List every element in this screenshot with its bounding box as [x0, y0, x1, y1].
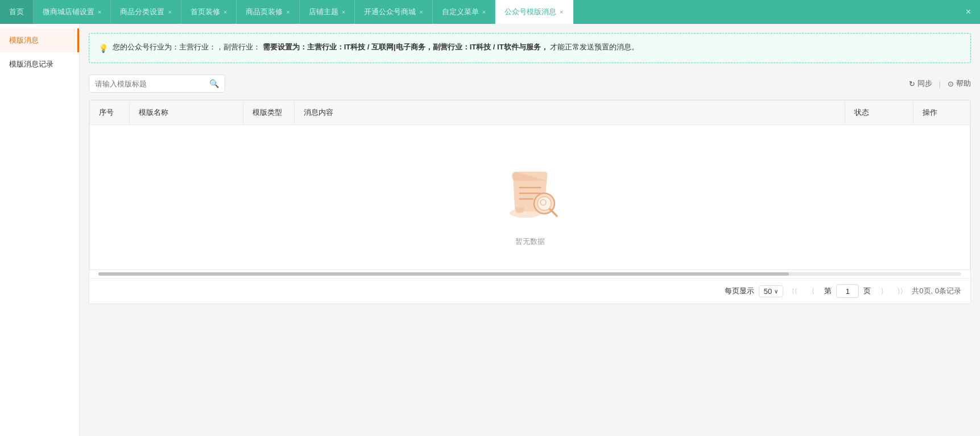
page-size-value: 50: [764, 287, 772, 296]
sidebar: 模版消息 模版消息记录: [0, 24, 80, 436]
info-banner-text: 您的公众号行业为：主营行业：，副营行业： 需要设置为：主营行业：IT科技 / 互…: [113, 41, 639, 53]
col-action: 操作: [913, 101, 970, 125]
bulb-icon: 💡: [98, 42, 108, 55]
tab-open-mall-close[interactable]: ×: [419, 9, 423, 15]
action-divider: |: [939, 80, 941, 88]
tab-product-decor[interactable]: 商品页装修 ×: [237, 0, 299, 24]
table-header: 序号 模版名称 模版类型 消息内容 状态 操作: [90, 101, 970, 125]
sidebar-item-template-msg[interactable]: 模版消息: [0, 28, 79, 52]
help-label: 帮助: [956, 78, 971, 89]
empty-state: 暂无数据: [90, 125, 970, 269]
col-content: 消息内容: [295, 101, 845, 125]
info-banner-text-after: 才能正常发送预置的消息。: [550, 43, 639, 51]
svg-line-6: [550, 209, 557, 216]
tab-shop-theme[interactable]: 店铺主题 ×: [300, 0, 355, 24]
main-layout: 模版消息 模版消息记录 💡 您的公众号行业为：主营行业：，副营行业： 需要设置为…: [0, 24, 980, 436]
tab-home-decor[interactable]: 首页装修 ×: [181, 0, 237, 24]
tab-shop-theme-close[interactable]: ×: [342, 9, 345, 15]
horizontal-scrollbar[interactable]: [89, 270, 970, 278]
data-table-wrap: 序号 模版名称 模版类型 消息内容 状态 操作: [89, 99, 971, 304]
sync-icon: ↻: [909, 80, 915, 88]
page-size-chevron: ∨: [774, 288, 778, 294]
table-empty-row: 暂无数据: [90, 125, 970, 270]
tab-template-msg-close[interactable]: ×: [560, 9, 563, 15]
search-input[interactable]: [95, 80, 209, 88]
tab-custom-menu[interactable]: 自定义菜单 ×: [433, 0, 495, 24]
page-size-label: 每页显示: [725, 286, 754, 296]
tab-home-decor-label: 首页装修: [191, 7, 220, 17]
tab-category-setting-close[interactable]: ×: [168, 9, 171, 15]
table-body: 暂无数据: [90, 125, 970, 270]
empty-illustration: [496, 159, 564, 227]
data-table: 序号 模版名称 模版类型 消息内容 状态 操作: [89, 100, 970, 270]
tab-template-msg-label: 公众号模版消息: [505, 7, 556, 17]
tab-shop-theme-label: 店铺主题: [309, 7, 338, 17]
tab-shop-setting[interactable]: 微商城店铺设置 ×: [34, 0, 111, 24]
help-button[interactable]: ⊙ 帮助: [948, 78, 971, 89]
page-size-select[interactable]: 50 ∨: [759, 285, 783, 297]
tab-custom-menu-close[interactable]: ×: [482, 9, 486, 15]
page-label-after: 页: [863, 286, 871, 296]
tab-product-decor-label: 商品页装修: [246, 7, 283, 17]
col-status: 状态: [845, 101, 913, 125]
tab-open-mall-label: 开通公众号商城: [364, 7, 416, 17]
tab-product-decor-close[interactable]: ×: [286, 9, 290, 15]
empty-text: 暂无数据: [515, 236, 545, 247]
tab-category-setting-label: 商品分类设置: [120, 7, 164, 17]
tab-bar: 首页 微商城店铺设置 × 商品分类设置 × 首页装修 × 商品页装修 × 店铺主…: [0, 0, 980, 24]
scrollbar-track: [98, 272, 961, 276]
col-name: 模版名称: [130, 101, 243, 125]
info-banner-text-before: 您的公众号行业为：主营行业：，副营行业：: [113, 43, 260, 51]
tab-bar-close-all[interactable]: ×: [957, 7, 980, 17]
page-next-button[interactable]: ⟩: [875, 284, 889, 298]
svg-point-5: [537, 197, 551, 210]
search-input-wrap: 🔍: [89, 74, 225, 93]
page-last-button[interactable]: ⟩⟩: [894, 284, 907, 298]
pagination: 每页显示 50 ∨ ⟨⟨ ⟨ 第 页 ⟩ ⟩⟩ 共0页, 0条记录: [89, 278, 970, 304]
tab-template-msg[interactable]: 公众号模版消息 ×: [495, 0, 573, 24]
info-banner: 💡 您的公众号行业为：主营行业：，副营行业： 需要设置为：主营行业：IT科技 /…: [89, 33, 971, 63]
sync-label: 同步: [917, 78, 932, 89]
page-first-button[interactable]: ⟨⟨: [788, 284, 801, 298]
page-label-before: 第: [824, 286, 832, 296]
total-info: 共0页, 0条记录: [912, 286, 961, 296]
tab-shop-setting-label: 微商城店铺设置: [43, 7, 94, 17]
help-icon: ⊙: [948, 80, 954, 88]
scrollbar-thumb: [98, 272, 789, 276]
col-seq: 序号: [90, 101, 130, 125]
col-type: 模版类型: [243, 101, 295, 125]
tab-home-decor-close[interactable]: ×: [224, 9, 227, 15]
search-actions: ↻ 同步 | ⊙ 帮助: [909, 78, 971, 89]
search-icon[interactable]: 🔍: [209, 79, 219, 88]
page-number-input[interactable]: [836, 284, 859, 298]
sidebar-item-template-msg-label: 模版消息: [9, 36, 39, 44]
table-empty-cell: 暂无数据: [90, 125, 970, 270]
sidebar-item-template-record[interactable]: 模版消息记录: [0, 52, 79, 76]
tab-home-label: 首页: [9, 7, 24, 17]
page-prev-button[interactable]: ⟨: [806, 284, 820, 298]
tab-custom-menu-label: 自定义菜单: [442, 7, 479, 17]
sync-button[interactable]: ↻ 同步: [909, 78, 932, 89]
content-area: 💡 您的公众号行业为：主营行业：，副营行业： 需要设置为：主营行业：IT科技 /…: [80, 24, 980, 436]
table-header-row: 序号 模版名称 模版类型 消息内容 状态 操作: [90, 101, 970, 125]
search-bar: 🔍 ↻ 同步 | ⊙ 帮助: [89, 74, 971, 93]
tab-category-setting[interactable]: 商品分类设置 ×: [111, 0, 181, 24]
info-banner-highlight: 需要设置为：主营行业：IT科技 / 互联网|电子商务，副营行业：IT科技 / I…: [263, 43, 548, 51]
tab-open-mall[interactable]: 开通公众号商城 ×: [355, 0, 432, 24]
tab-shop-setting-close[interactable]: ×: [98, 9, 101, 15]
sidebar-item-template-record-label: 模版消息记录: [9, 60, 53, 68]
tab-home[interactable]: 首页: [0, 0, 34, 24]
